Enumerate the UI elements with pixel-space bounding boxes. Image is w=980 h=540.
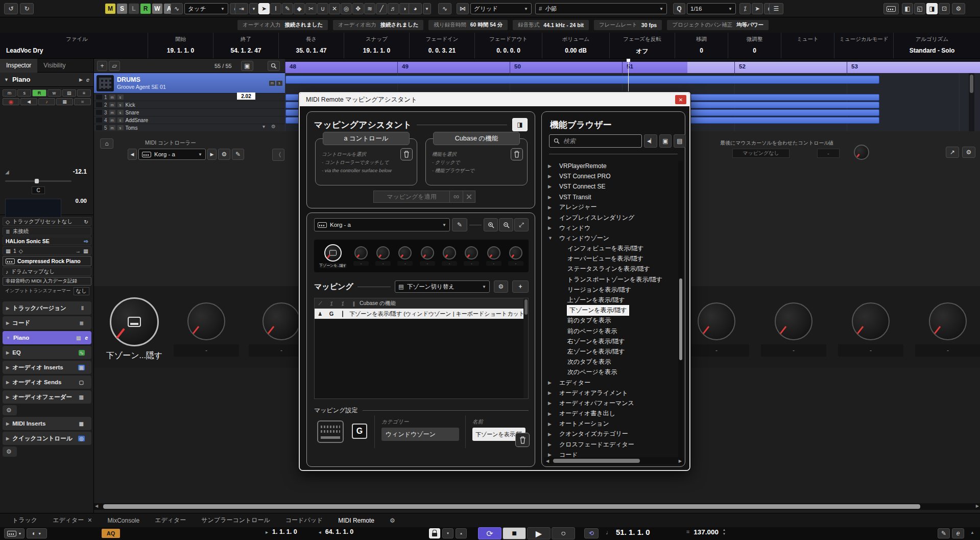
automation-state-button[interactable]: W <box>152 3 163 14</box>
vertical-scrollbar[interactable] <box>969 73 974 131</box>
automation-state-button[interactable]: R <box>140 3 151 14</box>
open-window-button[interactable]: ↗ <box>946 147 959 158</box>
surface-knob-cell[interactable]: - <box>508 246 523 266</box>
audition-tool-button[interactable]: ♬ <box>388 3 399 14</box>
mute-button[interactable]: m <box>269 81 275 86</box>
controller-knob[interactable] <box>262 302 300 340</box>
connection-row[interactable]: ≣未接続 <box>3 227 91 236</box>
tree-item[interactable]: オーディオパフォーマンス <box>542 398 678 408</box>
record-button[interactable]: ○ <box>552 527 575 539</box>
align-button[interactable]: ☰ <box>769 3 783 14</box>
track-row[interactable]: 4 m s AddSnare <box>94 116 285 124</box>
snap-mode-dropdown[interactable]: グリッド▼ <box>470 3 532 14</box>
grid-icon[interactable]: ⌗ <box>74 98 91 105</box>
tree-item[interactable]: エディター <box>542 378 678 388</box>
controller-knob[interactable] <box>929 302 967 340</box>
open-instrument-icon[interactable]: ⇨ <box>84 238 88 244</box>
lower-zone-toggle[interactable]: ◱ <box>914 3 925 14</box>
inspector-section[interactable]: ▶ クイックコントロール ◎ <box>3 432 91 445</box>
input-mouse-button[interactable]: ◐▼ <box>27 528 47 538</box>
mute-button[interactable]: m <box>109 110 115 115</box>
mapping-row-selected[interactable]: ♟ G 下ゾーンを表示/隠す (ウィンドウゾーン | キーボードショートカット) <box>315 309 528 319</box>
mute-button[interactable]: m <box>109 125 115 130</box>
snapshot-button[interactable]: ▣ <box>241 61 253 71</box>
close-button[interactable]: ✕ <box>675 95 686 104</box>
lower-zone-tab[interactable]: エディター ✕ <box>155 516 186 525</box>
add-track-button[interactable]: + <box>97 61 107 71</box>
inspector-section[interactable] <box>3 405 17 415</box>
surface-knob[interactable] <box>421 246 434 260</box>
panel-toggle-button[interactable]: ◨ <box>512 118 528 131</box>
lane-icon[interactable]: ▤ <box>62 89 76 97</box>
lower-zone-tab[interactable]: サンプラーコントロール ✕ <box>201 516 270 525</box>
tree-item[interactable]: トランスポートゾーンを表示/隠す <box>542 274 678 285</box>
tree-item[interactable]: ウィンドウ <box>542 223 678 233</box>
surface-knob-cell[interactable]: - <box>375 246 391 266</box>
note-icon[interactable]: ♪ <box>38 98 55 105</box>
mute-tool-button[interactable]: ✕ <box>329 3 340 14</box>
transport-e-button[interactable]: e <box>952 528 964 538</box>
close-icon[interactable]: ✕ <box>87 517 92 524</box>
edit-surface-button[interactable]: ✎ <box>452 218 467 231</box>
audiowarp-quantize-button[interactable]: ➤ <box>752 3 763 14</box>
value-knob[interactable] <box>854 145 869 160</box>
select-tool-button[interactable]: ➤ <box>258 3 270 14</box>
tree-item[interactable]: ステータスラインを表示/隠す <box>542 264 678 274</box>
knob-cell[interactable]: - <box>684 302 749 357</box>
tree-item[interactable]: オーバービューを表示/隠す <box>542 254 678 264</box>
comp-tool-button[interactable]: ≋ <box>364 3 375 14</box>
collapse-left-button[interactable]: 〈 <box>272 149 284 161</box>
write-button[interactable]: w <box>47 89 61 97</box>
tempo-display[interactable]: 137.000 <box>694 528 719 536</box>
retro-record-row[interactable]: 非録音時の MIDI 入力データ記録 <box>3 277 91 286</box>
info-value[interactable]: 0 <box>700 47 703 54</box>
inspector-section[interactable]: ▶ MIDI Inserts ▦ <box>3 417 91 430</box>
info-value[interactable]: 0. 0. 3. 21 <box>428 47 456 54</box>
tree-item[interactable]: VST Connect SE <box>542 181 678 192</box>
control-select-button[interactable]: a コントロール <box>323 132 410 145</box>
collapse-tree-button[interactable]: ▤ <box>674 134 686 148</box>
tree-item[interactable]: 左ゾーンを表示/隠す <box>542 346 678 357</box>
tab-settings-gear-icon[interactable]: ⚙ <box>390 517 395 524</box>
solo-button[interactable]: s <box>17 89 31 97</box>
tree-item[interactable]: インフォビューを表示/隠す <box>542 244 678 254</box>
left-zone-toggle[interactable]: ◧ <box>902 3 913 14</box>
scroll-left-icon[interactable]: ◀ <box>546 459 549 463</box>
lock-button[interactable] <box>429 528 440 538</box>
lower-zone-tab[interactable]: MIDI Remote ✕ <box>338 517 374 524</box>
autoscroll-button[interactable]: ⇥ <box>235 3 248 14</box>
hand-tool-button[interactable]: ✥ <box>352 3 364 14</box>
instrument-row[interactable]: HALion Sonic SE ⇨ <box>3 237 91 245</box>
browser-hscrollbar[interactable]: ◀ ▶ <box>544 457 684 464</box>
fit-view-button[interactable]: ⤢ <box>514 218 529 231</box>
automation-state-button[interactable]: L <box>128 3 139 14</box>
controller-knob[interactable] <box>698 302 735 340</box>
controller-knob[interactable] <box>775 302 812 340</box>
split-tool-button[interactable]: ✂ <box>305 3 317 14</box>
track-row[interactable]: 3 m s Snare <box>94 109 285 116</box>
inspector-section[interactable]: ▼ Piano ▤ e <box>3 331 91 344</box>
draw-tool-button[interactable]: ✎ <box>282 3 293 14</box>
surface-knob[interactable] <box>487 246 500 260</box>
automation-state-button[interactable]: S <box>116 3 128 14</box>
expand-arrow-icon[interactable]: ▶ <box>79 77 83 82</box>
controller-knob[interactable] <box>852 302 890 340</box>
info-value[interactable]: 0. 0. 0. 0 <box>496 47 520 54</box>
right-locator-icon[interactable]: ◂ <box>319 529 321 535</box>
surface-knob-cell[interactable]: 下ゾーンを..隠す <box>319 244 347 268</box>
delete-mapping-button[interactable] <box>515 433 530 447</box>
knob-cell[interactable]: - <box>915 302 980 357</box>
mapped-knob[interactable] <box>110 297 159 346</box>
mapping-page-dropdown[interactable]: ▤ 下ゾーン切り替え ▼ <box>395 280 490 293</box>
lower-zone-tab[interactable]: エディター ✕ <box>53 516 92 525</box>
collapse-icon[interactable]: ▼ <box>4 77 9 82</box>
solo-button[interactable]: s <box>117 95 124 100</box>
info-value[interactable]: 19. 1. 1. 0 <box>167 47 194 54</box>
cancel-mapping-button[interactable]: ✕ <box>463 191 475 203</box>
out-level-value[interactable]: 0.00 <box>76 198 87 204</box>
iterative-quantize-button[interactable]: ⁒ <box>739 3 751 14</box>
info-value[interactable]: 0.00 dB <box>565 47 587 54</box>
input-keys-button[interactable]: ▼ <box>4 528 25 538</box>
expand-tree-button[interactable]: ▣ <box>659 134 672 148</box>
tab-visibility[interactable]: Visibility <box>37 59 71 73</box>
